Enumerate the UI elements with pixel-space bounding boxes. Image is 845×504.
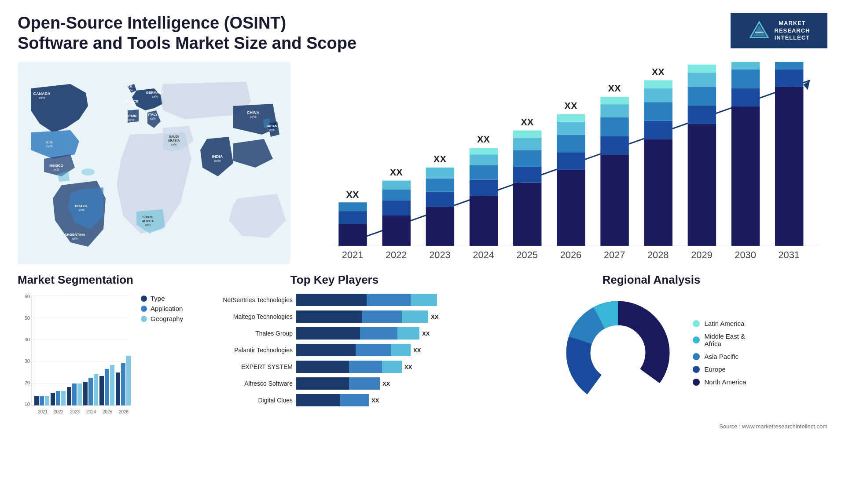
svg-rect-78 xyxy=(600,136,628,155)
seg-dot-geography xyxy=(141,316,147,322)
svg-text:FRANCE: FRANCE xyxy=(124,99,139,103)
svg-text:INDIA: INDIA xyxy=(212,154,223,159)
svg-text:U.K.: U.K. xyxy=(126,84,133,88)
player-row: Thales Group XX xyxy=(211,327,458,340)
svg-text:2024: 2024 xyxy=(86,409,96,414)
svg-text:xx%: xx% xyxy=(145,223,151,226)
map-section: CANADA xx% U.S. xx% MEXICO xx% BRAZIL xx… xyxy=(18,62,290,264)
player-name: Thales Group xyxy=(211,330,293,337)
seg-dot-type xyxy=(141,296,147,302)
svg-text:ARABIA: ARABIA xyxy=(168,139,180,142)
seg-legend-geography: Geography xyxy=(141,315,183,322)
player-row: Palantir Technologies XX xyxy=(211,344,458,356)
svg-rect-136 xyxy=(94,374,98,405)
legend-label-europe: Europe xyxy=(704,365,725,373)
legend-item-asia-pacific: Asia Pacific xyxy=(693,353,746,360)
regional-donut-chart xyxy=(556,291,680,414)
player-xx: XX xyxy=(371,397,379,404)
player-name: NetSentries Technologies xyxy=(211,296,293,303)
svg-rect-142 xyxy=(116,373,120,405)
legend-label-asia-pacific: Asia Pacific xyxy=(704,353,738,360)
player-bar-wrap xyxy=(296,294,458,306)
svg-rect-66 xyxy=(513,138,541,150)
player-row: Digital Clues XX xyxy=(211,394,458,406)
svg-rect-52 xyxy=(426,179,454,192)
svg-rect-128 xyxy=(61,391,66,405)
page-title: Open-Source Intelligence (OSINT) Softwar… xyxy=(18,13,361,53)
svg-text:xx%: xx% xyxy=(128,118,134,121)
svg-text:xx%: xx% xyxy=(268,128,274,131)
player-row: EXPERT SYSTEM XX xyxy=(211,361,458,373)
svg-text:SPAIN: SPAIN xyxy=(126,114,136,118)
svg-rect-138 xyxy=(99,376,104,405)
key-players-title: Top Key Players xyxy=(207,273,462,287)
svg-rect-122 xyxy=(34,396,39,405)
svg-text:2027: 2027 xyxy=(604,249,625,260)
legend-item-europe: Europe xyxy=(693,365,746,373)
player-name: Maltego Technologies xyxy=(211,313,293,320)
svg-rect-46 xyxy=(382,190,411,201)
svg-rect-132 xyxy=(77,383,82,405)
svg-rect-95 xyxy=(688,65,716,73)
svg-rect-92 xyxy=(688,106,716,124)
svg-text:2023: 2023 xyxy=(70,409,80,414)
svg-text:2025: 2025 xyxy=(516,249,538,260)
svg-rect-81 xyxy=(600,97,628,104)
logo-area: MARKET RESEARCH INTELLECT xyxy=(731,13,827,48)
svg-text:BRAZIL: BRAZIL xyxy=(75,204,88,208)
svg-text:2026: 2026 xyxy=(119,409,129,414)
svg-rect-71 xyxy=(557,152,585,170)
svg-rect-67 xyxy=(513,131,541,138)
svg-rect-73 xyxy=(557,122,585,135)
svg-rect-91 xyxy=(688,124,716,246)
svg-rect-99 xyxy=(731,88,760,107)
svg-text:JAPAN: JAPAN xyxy=(266,124,278,128)
svg-rect-130 xyxy=(67,387,71,405)
svg-text:XX: XX xyxy=(652,66,665,77)
seg-dot-application xyxy=(141,306,147,312)
legend-item-north-america: North America xyxy=(693,378,746,386)
svg-rect-86 xyxy=(644,102,672,121)
player-xx: XX xyxy=(431,314,438,320)
svg-rect-70 xyxy=(557,170,585,246)
player-row: Alfresco Software XX xyxy=(211,377,458,390)
svg-text:2026: 2026 xyxy=(560,249,582,260)
svg-text:XX: XX xyxy=(521,117,534,128)
svg-rect-79 xyxy=(600,117,628,136)
svg-point-153 xyxy=(592,326,644,379)
key-players-section: Top Key Players NetSentries Technologies… xyxy=(207,273,462,493)
seg-legend-application: Application xyxy=(141,305,183,312)
svg-text:CHINA: CHINA xyxy=(247,110,260,115)
svg-rect-41 xyxy=(338,202,367,211)
svg-text:60: 60 xyxy=(25,294,30,299)
logo-icon xyxy=(748,20,770,42)
svg-rect-51 xyxy=(426,192,454,207)
svg-rect-98 xyxy=(731,106,760,246)
svg-rect-40 xyxy=(338,211,367,224)
main-top-content: CANADA xx% U.S. xx% MEXICO xx% BRAZIL xx… xyxy=(0,62,845,264)
page-header: Open-Source Intelligence (OSINT) Softwar… xyxy=(0,0,845,62)
legend-dot-mea xyxy=(693,336,700,343)
svg-rect-106 xyxy=(775,62,803,69)
player-name: Digital Clues xyxy=(211,397,293,404)
svg-rect-44 xyxy=(382,215,411,246)
regional-section: Regional Analysis xyxy=(475,273,827,493)
svg-text:xx%: xx% xyxy=(127,89,132,92)
svg-text:CANADA: CANADA xyxy=(33,91,51,96)
player-bar-wrap: XX xyxy=(296,394,458,406)
svg-text:2031: 2031 xyxy=(778,249,799,260)
svg-rect-39 xyxy=(338,224,367,246)
svg-rect-101 xyxy=(731,62,760,69)
svg-rect-105 xyxy=(775,69,803,87)
legend-label-mea: Middle East &Africa xyxy=(704,332,745,347)
svg-text:XX: XX xyxy=(434,153,447,164)
svg-text:XX: XX xyxy=(477,134,490,145)
svg-text:2021: 2021 xyxy=(38,409,48,414)
legend-item-latin-america: Latin America xyxy=(693,320,746,327)
svg-rect-88 xyxy=(644,80,672,88)
svg-rect-47 xyxy=(382,181,411,190)
player-row: NetSentries Technologies xyxy=(211,294,458,306)
legend-label-north-america: North America xyxy=(704,378,746,386)
svg-text:xx%: xx% xyxy=(72,237,77,240)
svg-rect-59 xyxy=(470,154,498,165)
